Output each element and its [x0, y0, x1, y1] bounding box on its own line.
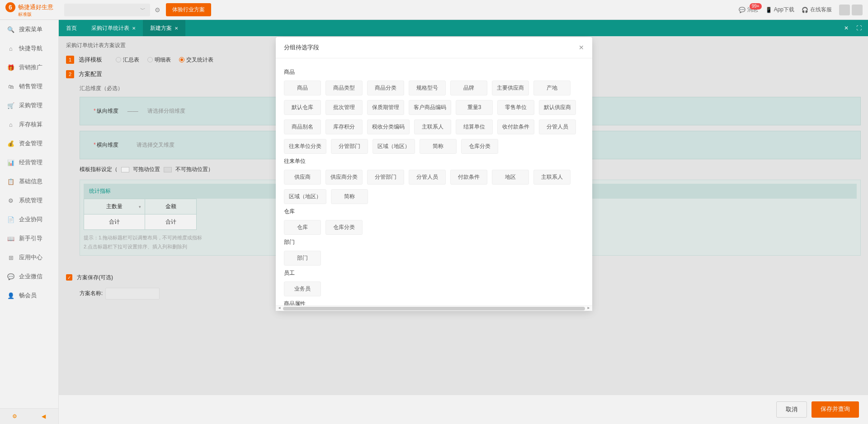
field-selector-modal: 分组待选字段 ✕ 商品商品商品类型商品分类规格型号品牌主要供应商产地默认仓库批次…: [276, 37, 592, 311]
field-chip-group: 商品商品类型商品分类规格型号品牌主要供应商产地默认仓库批次管理保质期管理客户商品…: [284, 81, 584, 154]
field-chip[interactable]: 零售单位: [497, 100, 534, 115]
field-chip[interactable]: 结算单位: [456, 119, 493, 134]
modal-title: 分组待选字段: [284, 43, 319, 52]
field-chip[interactable]: 商品分类: [367, 81, 404, 95]
field-chip[interactable]: 商品别名: [284, 119, 321, 134]
field-chip[interactable]: 供应商: [284, 170, 321, 185]
field-group-title: 商品属性: [284, 300, 584, 305]
field-group-title: 员工: [284, 269, 584, 277]
field-chip[interactable]: 规格型号: [409, 81, 446, 95]
field-chip[interactable]: 分管部门: [331, 139, 368, 154]
field-chip-group: 仓库仓库分类: [284, 220, 584, 235]
field-chip[interactable]: 往来单位分类: [284, 139, 326, 154]
modal-mask: 分组待选字段 ✕ 商品商品商品类型商品分类规格型号品牌主要供应商产地默认仓库批次…: [0, 0, 868, 424]
field-chip[interactable]: 保质期管理: [367, 100, 404, 115]
field-chip[interactable]: 客户商品编码: [409, 100, 451, 115]
field-chip[interactable]: 仓库: [284, 220, 321, 235]
field-chip[interactable]: 产地: [533, 81, 571, 95]
modal-body: 商品商品商品类型商品分类规格型号品牌主要供应商产地默认仓库批次管理保质期管理客户…: [276, 58, 592, 305]
field-chip[interactable]: 批次管理: [326, 100, 363, 115]
field-chip-group: 业务员: [284, 281, 584, 296]
field-chip[interactable]: 商品: [284, 81, 321, 95]
modal-header: 分组待选字段 ✕: [276, 37, 592, 58]
field-chip[interactable]: 收付款条件: [497, 119, 534, 134]
modal-horizontal-scrollbar[interactable]: [276, 305, 592, 311]
field-group-title: 部门: [284, 238, 584, 246]
field-chip[interactable]: 分管人员: [409, 170, 446, 185]
field-chip[interactable]: 税收分类编码: [367, 119, 410, 134]
field-chip[interactable]: 地区: [492, 170, 529, 185]
field-chip[interactable]: 区域（地区）: [284, 189, 326, 204]
field-chip[interactable]: 区域（地区）: [373, 139, 415, 154]
modal-close-button[interactable]: ✕: [579, 44, 584, 51]
field-chip[interactable]: 付款条件: [450, 170, 487, 185]
field-chip[interactable]: 仓库分类: [461, 139, 498, 154]
field-chip-group: 供应商供应商分类分管部门分管人员付款条件地区主联系人区域（地区）简称: [284, 170, 584, 204]
field-chip[interactable]: 部门: [284, 251, 321, 266]
field-chip[interactable]: 供应商分类: [326, 170, 363, 185]
field-chip[interactable]: 分管人员: [539, 119, 576, 134]
field-chip[interactable]: 库存积分: [326, 119, 363, 134]
field-chip-group: 部门: [284, 251, 584, 266]
field-chip[interactable]: 主联系人: [533, 170, 571, 185]
field-chip[interactable]: 品牌: [450, 81, 487, 95]
field-group-title: 商品: [284, 68, 584, 76]
field-chip[interactable]: 默认仓库: [284, 100, 321, 115]
field-group-title: 仓库: [284, 208, 584, 215]
field-chip[interactable]: 默认供应商: [539, 100, 576, 115]
field-chip[interactable]: 分管部门: [367, 170, 404, 185]
field-chip[interactable]: 主要供应商: [492, 81, 529, 95]
scrollbar-thumb[interactable]: [283, 307, 585, 310]
field-chip[interactable]: 重量3: [456, 100, 493, 115]
field-group-title: 往来单位: [284, 157, 584, 165]
field-chip[interactable]: 业务员: [284, 281, 321, 296]
field-chip[interactable]: 主联系人: [414, 119, 451, 134]
field-chip[interactable]: 简称: [420, 139, 457, 154]
field-chip[interactable]: 商品类型: [326, 81, 363, 95]
field-chip[interactable]: 仓库分类: [326, 220, 363, 235]
field-chip[interactable]: 简称: [331, 189, 368, 204]
